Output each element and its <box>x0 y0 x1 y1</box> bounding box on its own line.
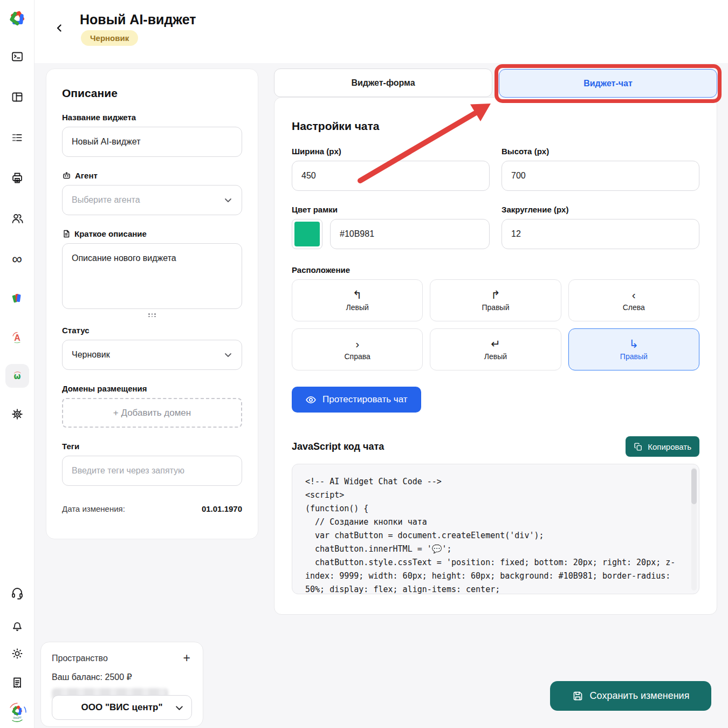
tags-input[interactable] <box>62 456 242 486</box>
chevron-left-icon: ‹ <box>632 289 636 300</box>
space-title: Пространство <box>52 654 108 663</box>
header: Новый AI-виджет Черновик <box>35 0 728 63</box>
list-icon[interactable] <box>5 126 29 149</box>
eye-icon <box>305 394 317 406</box>
resize-handle-icon[interactable] <box>147 313 157 317</box>
arrow-up-left-icon: ↰ <box>353 289 362 300</box>
notifications-bell-icon[interactable] <box>5 614 29 637</box>
position-left-button[interactable]: ‹ Слева <box>568 279 699 321</box>
svg-text:ω: ω <box>13 372 20 381</box>
chat-code-block: <!-- AI Widget Chat Code --> <script> (f… <box>292 464 699 594</box>
widget-name-input[interactable] <box>62 127 242 157</box>
arrow-up-right-icon: ↱ <box>491 289 500 300</box>
books-icon[interactable] <box>5 286 29 310</box>
terminal-icon[interactable] <box>5 45 29 68</box>
color-swatch-fill <box>294 222 320 246</box>
chevron-down-icon <box>224 196 232 204</box>
short-description-label: Краткое описание <box>62 229 242 238</box>
height-field: Высота (px) <box>502 147 699 191</box>
border-color-input[interactable] <box>330 219 490 249</box>
tab-widget-chat[interactable]: Виджет-чат <box>499 69 717 98</box>
layout-icon[interactable] <box>5 85 29 109</box>
domains-label: Домены размещения <box>62 384 242 393</box>
space-panel: Пространство + Ваш баланс: 2500 ₽ ООО "В… <box>40 642 203 727</box>
radius-input[interactable] <box>502 219 699 249</box>
a-service-icon[interactable]: A <box>5 326 29 349</box>
printer-icon[interactable] <box>5 166 29 190</box>
test-chat-button[interactable]: Протестировать чат <box>292 387 421 413</box>
description-title: Описание <box>62 87 242 100</box>
settings-gear-icon[interactable] <box>5 402 29 426</box>
short-description-textarea[interactable]: Описание нового виджета <box>62 243 242 309</box>
organization-select[interactable]: ООО "ВИС центр" <box>52 695 192 720</box>
widgets-icon[interactable]: ω <box>5 364 29 388</box>
robot-icon <box>62 171 71 180</box>
border-color-label: Цвет рамки <box>292 205 490 214</box>
chevron-left-icon <box>55 24 64 32</box>
border-color-field: Цвет рамки <box>292 205 490 249</box>
description-panel: Описание Название виджета Агент Выберите… <box>46 68 258 539</box>
save-icon <box>572 690 583 702</box>
widget-name-label: Название виджета <box>62 113 242 122</box>
add-domain-button[interactable]: + Добавить домен <box>62 398 242 428</box>
visgpt-logo-icon[interactable]: VisGPT <box>5 700 29 724</box>
modified-date-value: 01.01.1970 <box>202 504 242 513</box>
code-scrollbar-thumb[interactable] <box>691 469 697 504</box>
agent-select-placeholder: Выберите агента <box>72 195 140 205</box>
billing-receipt-icon[interactable] <box>5 671 29 695</box>
chat-code-content[interactable]: <!-- AI Widget Chat Code --> <script> (f… <box>292 464 699 594</box>
app-logo-icon[interactable] <box>5 6 29 30</box>
chat-settings-panel: Настройки чата Ширина (px) Высота (px) Ц… <box>274 97 717 615</box>
document-icon <box>62 229 71 238</box>
agent-label: Агент <box>62 171 242 180</box>
width-field: Ширина (px) <box>292 147 490 191</box>
radius-field: Закругление (px) <box>502 205 699 249</box>
page-title: Новый AI-виджет <box>80 12 196 28</box>
width-input[interactable] <box>292 161 490 191</box>
svg-text:A: A <box>14 333 20 342</box>
visgpt-label: VisGPT <box>13 717 22 719</box>
sidebar: ∞ A ω <box>0 0 35 728</box>
arrow-down-right-icon: ↳ <box>629 338 639 349</box>
position-top-right-button[interactable]: ↱ Правый <box>430 279 561 321</box>
back-button[interactable] <box>52 20 67 36</box>
status-select[interactable]: Черновик <box>62 340 242 370</box>
tags-label: Теги <box>62 442 242 451</box>
users-icon[interactable] <box>5 207 29 230</box>
organization-name: ООО "ВИС центр" <box>81 702 163 713</box>
balance-text: Ваш баланс: 2500 ₽ <box>52 672 192 682</box>
copy-code-button[interactable]: Копировать <box>626 436 699 457</box>
status-label: Статус <box>62 326 242 335</box>
copy-icon <box>634 442 643 451</box>
theme-sun-icon[interactable] <box>5 642 29 665</box>
position-top-left-button[interactable]: ↰ Левый <box>292 279 423 321</box>
modified-date-label: Дата изменения: <box>62 504 125 513</box>
tab-widget-form[interactable]: Виджет-форма <box>274 68 492 97</box>
width-label: Ширина (px) <box>292 147 490 156</box>
infinity-icon[interactable]: ∞ <box>5 247 29 271</box>
radius-label: Закругление (px) <box>502 205 699 214</box>
chat-settings-title: Настройки чата <box>292 120 699 133</box>
chevron-down-icon <box>175 703 184 712</box>
support-headset-icon[interactable] <box>5 581 29 605</box>
position-bottom-right-button[interactable]: ↳ Правый <box>568 328 699 370</box>
agent-select[interactable]: Выберите агента <box>62 185 242 215</box>
code-title: JavaScript код чата <box>292 441 384 452</box>
add-space-button[interactable]: + <box>182 652 192 664</box>
position-right-button[interactable]: › Справа <box>292 328 423 370</box>
status-select-value: Черновик <box>72 350 110 360</box>
code-scrollbar[interactable] <box>691 468 697 590</box>
arrow-return-left-icon: ↵ <box>491 338 500 349</box>
save-changes-button[interactable]: Сохранить изменения <box>550 681 711 711</box>
position-options: ↰ Левый ↱ Правый ‹ Слева › Справа ↵ Левы… <box>292 279 699 370</box>
height-label: Высота (px) <box>502 147 699 156</box>
modified-date-row: Дата изменения: 01.01.1970 <box>62 504 242 513</box>
chevron-down-icon <box>224 351 232 359</box>
chevron-right-icon: › <box>355 338 359 349</box>
position-label: Расположение <box>292 265 699 274</box>
color-swatch[interactable] <box>292 219 322 249</box>
app-logo-svg <box>7 8 28 29</box>
status-badge: Черновик <box>81 30 138 46</box>
position-bottom-left-button[interactable]: ↵ Левый <box>430 328 561 370</box>
height-input[interactable] <box>502 161 699 191</box>
